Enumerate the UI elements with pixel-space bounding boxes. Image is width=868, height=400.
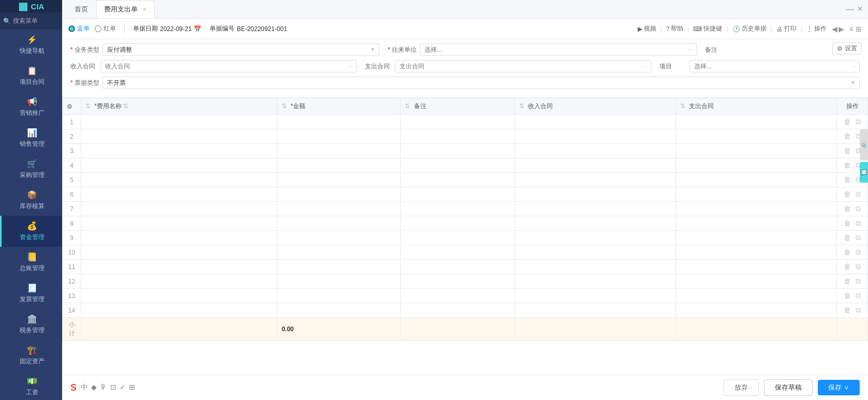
expense-name-cell[interactable] [81, 187, 277, 202]
sidebar-item-ledger[interactable]: 📒 总账管理 [0, 247, 62, 278]
income-contract-cell[interactable] [514, 245, 675, 260]
expense-contract-cell[interactable] [675, 202, 836, 216]
amount-cell[interactable] [277, 202, 401, 216]
expense-name-cell[interactable] [81, 129, 277, 144]
income-contract-cell[interactable] [514, 158, 675, 173]
expense-name-cell[interactable] [81, 245, 277, 260]
copy-icon[interactable]: ⧉ [856, 117, 861, 126]
expense-contract-cell[interactable] [675, 144, 836, 158]
expense-name-cell[interactable] [81, 115, 277, 129]
remark-sort-icon[interactable]: ⇅ [405, 102, 410, 110]
expense-contract-cell[interactable] [675, 173, 836, 187]
income-contract-cell[interactable] [514, 274, 675, 289]
expense-name-cell[interactable] [81, 216, 277, 231]
expense-contract-dots-icon[interactable]: ··· [638, 62, 651, 70]
sidebar-item-capital[interactable]: 💰 资金管理 [0, 216, 62, 247]
window-minimize-icon[interactable]: — [846, 5, 854, 14]
copy-icon[interactable]: ⧉ [856, 190, 861, 198]
remark-cell[interactable] [401, 274, 514, 289]
income-contract-cell[interactable] [514, 289, 675, 303]
discard-button[interactable]: 放弃 [724, 379, 759, 396]
blue-bill-radio[interactable]: 蓝单 [68, 24, 90, 33]
remark-cell[interactable] [401, 245, 514, 260]
expense-name-cell[interactable] [81, 202, 277, 216]
project-dots-icon[interactable]: ··· [847, 62, 859, 70]
tab-home[interactable]: 首页 [67, 0, 95, 18]
remark-cell[interactable] [401, 144, 514, 158]
remark-cell[interactable] [401, 158, 514, 173]
blue-bill-input[interactable] [68, 25, 75, 32]
counterparty-input[interactable] [420, 44, 684, 55]
save-button[interactable]: 保存 ∨ [818, 380, 860, 395]
delete-icon[interactable]: 🗑 [844, 291, 851, 300]
copy-icon[interactable]: ⧉ [856, 248, 861, 256]
expense-contract-sort-icon[interactable]: ⇅ [680, 102, 685, 110]
expense-contract-cell[interactable] [675, 115, 836, 129]
copy-icon[interactable]: ⧉ [856, 306, 861, 314]
income-contract-cell[interactable] [514, 202, 675, 216]
delete-icon[interactable]: 🗑 [844, 117, 851, 126]
amount-cell[interactable] [277, 173, 401, 187]
help-btn[interactable]: ? 帮助 [666, 24, 684, 33]
amount-cell[interactable] [277, 129, 401, 144]
amount-cell[interactable] [277, 289, 401, 303]
remark-cell[interactable] [401, 303, 514, 318]
expense-contract-cell[interactable] [675, 216, 836, 231]
delete-icon[interactable]: 🗑 [844, 132, 851, 140]
sidebar-item-quick-nav[interactable]: ⚡ 快捷导航 [0, 29, 62, 61]
expense-name-cell[interactable] [81, 289, 277, 303]
sidebar-item-payroll[interactable]: 💵 工资 [0, 371, 62, 400]
income-contract-cell[interactable] [514, 187, 675, 202]
income-contract-cell[interactable] [514, 231, 675, 245]
expense-contract-cell[interactable] [675, 289, 836, 303]
sidebar-item-sales[interactable]: 📊 销售管理 [0, 123, 62, 154]
sidebar-item-project-contract[interactable]: 📋 项目合同 [0, 61, 62, 92]
window-close-icon[interactable]: × [857, 4, 863, 14]
remark-cell[interactable] [401, 202, 514, 216]
setting-button[interactable]: ⚙ 设置 [832, 42, 862, 54]
remark-cell[interactable] [401, 129, 514, 144]
income-contract-cell[interactable] [514, 144, 675, 158]
gear-header[interactable]: ⚙ [63, 98, 81, 115]
expense-contract-cell[interactable] [675, 129, 836, 144]
delete-icon[interactable]: 🗑 [844, 262, 851, 271]
delete-icon[interactable]: 🗑 [844, 219, 851, 227]
remark-cell[interactable] [401, 260, 514, 274]
sidebar-item-tax[interactable]: 🏛️ 税务管理 [0, 309, 62, 340]
income-contract-cell[interactable] [514, 303, 675, 318]
income-contract-cell[interactable] [514, 115, 675, 129]
amount-cell[interactable] [277, 231, 401, 245]
sidebar-item-purchase[interactable]: 🛒 采购管理 [0, 154, 62, 185]
remark-cell[interactable] [401, 115, 514, 129]
amount-cell[interactable] [277, 158, 401, 173]
sidebar-item-invoice[interactable]: 🧾 发票管理 [0, 278, 62, 309]
sidebar-item-fixed-assets[interactable]: 🏗️ 固定资产 [0, 340, 62, 371]
delete-icon[interactable]: 🗑 [844, 190, 851, 198]
print-btn[interactable]: 🖨 打印 [776, 24, 797, 33]
counterparty-dots-icon[interactable]: ··· [684, 46, 697, 54]
red-bill-radio[interactable]: 红单 [95, 24, 116, 33]
video-btn[interactable]: ▶ 视频 [638, 24, 656, 33]
prev-arrow[interactable]: ◀ [832, 25, 837, 33]
amount-cell[interactable] [277, 216, 401, 231]
expense-name-cell[interactable] [81, 158, 277, 173]
expense-name-cell[interactable] [81, 144, 277, 158]
copy-icon[interactable]: ⧉ [856, 204, 861, 213]
income-contract-cell[interactable] [514, 216, 675, 231]
delete-icon[interactable]: 🗑 [844, 233, 851, 242]
expense-contract-cell[interactable] [675, 303, 836, 318]
expense-contract-cell[interactable] [675, 260, 836, 274]
expense-name-cell[interactable] [81, 260, 277, 274]
copy-icon[interactable]: ⧉ [856, 277, 861, 285]
income-contract-cell[interactable] [514, 260, 675, 274]
amount-cell[interactable] [277, 245, 401, 260]
red-bill-input[interactable] [95, 25, 101, 32]
delete-icon[interactable]: 🗑 [844, 146, 851, 155]
amount-cell[interactable] [277, 303, 401, 318]
expense-contract-cell[interactable] [675, 245, 836, 260]
remark-cell[interactable] [401, 289, 514, 303]
sidebar-search[interactable]: 🔍 搜索菜单 [0, 12, 62, 29]
expense-contract-cell[interactable] [675, 158, 836, 173]
expense-name-sort-icon[interactable]: ⇅ [85, 102, 91, 110]
expense-name-cell[interactable] [81, 173, 277, 187]
